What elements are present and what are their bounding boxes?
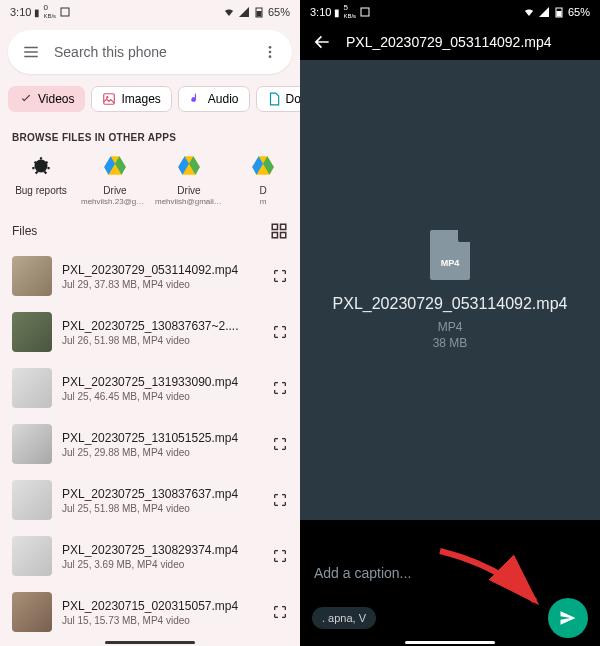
svg-rect-15: [556, 11, 561, 17]
preview-filename: PXL_20230729_053114092.mp4: [317, 294, 584, 315]
file-row[interactable]: PXL_20230725_130829374.mp4Jul 25, 3.69 M…: [0, 528, 300, 584]
app-item[interactable]: Dm: [226, 153, 300, 206]
files-title: Files: [12, 224, 37, 238]
status-bar: 3:10 ▮ 5KB/s 65%: [300, 0, 600, 24]
app-name: Bug reports: [15, 185, 67, 197]
expand-icon[interactable]: [272, 324, 288, 340]
svg-rect-6: [104, 94, 115, 105]
file-meta: Jul 25, 46.45 MB, MP4 video: [62, 391, 262, 402]
svg-point-8: [35, 160, 48, 173]
file-row[interactable]: PXL_20230725_130837637~2....Jul 26, 51.9…: [0, 304, 300, 360]
chip-label: Images: [121, 92, 160, 106]
file-meta: Jul 26, 51.98 MB, MP4 video: [62, 335, 262, 346]
filter-chips: VideosImagesAudioDoc: [0, 80, 300, 118]
signal-icon: [238, 6, 250, 18]
file-name: PXL_20230725_130829374.mp4: [62, 543, 262, 557]
file-meta: Jul 29, 37.83 MB, MP4 video: [62, 279, 262, 290]
drive-icon: [250, 153, 276, 179]
send-button[interactable]: [548, 598, 588, 638]
chip-label: Audio: [208, 92, 239, 106]
nav-indicator: [105, 641, 195, 644]
file-row[interactable]: PXL_20230725_131051525.mp4Jul 25, 29.88 …: [0, 416, 300, 472]
file-row[interactable]: PXL_20230715_020315057.mp4Jul 15, 15.73 …: [0, 584, 300, 640]
svg-rect-10: [281, 224, 286, 229]
filter-chip-videos[interactable]: Videos: [8, 86, 85, 112]
file-type-icon: MP4: [430, 230, 470, 280]
file-row[interactable]: PXL_20230725_131933090.mp4Jul 25, 46.45 …: [0, 360, 300, 416]
svg-point-7: [107, 96, 109, 98]
search-placeholder: Search this phone: [54, 44, 262, 60]
file-meta: Jul 25, 51.98 MB, MP4 video: [62, 503, 262, 514]
app-item[interactable]: Drivemehviish@gmail.c...: [152, 153, 226, 206]
svg-point-4: [269, 51, 272, 54]
file-thumbnail: [12, 480, 52, 520]
hamburger-icon[interactable]: [22, 43, 40, 61]
chip-label: Doc: [286, 92, 300, 106]
expand-icon[interactable]: [272, 492, 288, 508]
preview-header: PXL_20230729_053114092.mp4: [300, 24, 600, 60]
file-name: PXL_20230725_130837637~2....: [62, 319, 262, 333]
file-name: PXL_20230725_130837637.mp4: [62, 487, 262, 501]
file-thumbnail: [12, 312, 52, 352]
doc-icon: [267, 92, 281, 106]
view-grid-icon[interactable]: [270, 222, 288, 240]
file-name: PXL_20230729_053114092.mp4: [62, 263, 262, 277]
file-thumbnail: [12, 256, 52, 296]
file-thumbnail: [12, 424, 52, 464]
battery-icon: [253, 6, 265, 18]
drive-icon: [102, 153, 128, 179]
svg-rect-13: [361, 8, 369, 16]
svg-rect-11: [272, 233, 277, 238]
battery-percent: 65%: [268, 6, 290, 18]
image-icon: [102, 92, 116, 106]
back-icon[interactable]: [312, 32, 332, 52]
status-bar: 3:10 ▮ 0KB/s 65%: [0, 0, 300, 24]
file-meta: Jul 15, 15.73 MB, MP4 video: [62, 615, 262, 626]
wifi-icon: [223, 6, 235, 18]
search-bar[interactable]: Search this phone: [8, 30, 292, 74]
app-subtitle: m: [260, 197, 267, 206]
more-icon[interactable]: [262, 44, 278, 60]
send-preview-screen: 3:10 ▮ 5KB/s 65% PXL_20230729_053114092.…: [300, 0, 600, 646]
app-name: Drive: [177, 185, 200, 197]
filter-chip-audio[interactable]: Audio: [178, 86, 250, 112]
expand-icon[interactable]: [272, 436, 288, 452]
file-list: PXL_20230729_053114092.mp4Jul 29, 37.83 …: [0, 248, 300, 640]
nav-indicator: [405, 641, 495, 644]
file-thumbnail: [12, 536, 52, 576]
file-row[interactable]: PXL_20230729_053114092.mp4Jul 29, 37.83 …: [0, 248, 300, 304]
expand-icon[interactable]: [272, 380, 288, 396]
filter-chip-doc[interactable]: Doc: [256, 86, 300, 112]
app-item[interactable]: Drivemehviish.23@gma...: [78, 153, 152, 206]
file-meta: Jul 25, 29.88 MB, MP4 video: [62, 447, 262, 458]
file-row[interactable]: PXL_20230725_130837637.mp4Jul 25, 51.98 …: [0, 472, 300, 528]
preview-size: 38 MB: [433, 336, 468, 350]
file-picker-screen: 3:10 ▮ 0KB/s 65% Search this phone Video…: [0, 0, 300, 646]
expand-icon[interactable]: [272, 548, 288, 564]
file-thumbnail: [12, 592, 52, 632]
expand-icon[interactable]: [272, 604, 288, 620]
svg-point-5: [269, 55, 272, 58]
clock: 3:10: [10, 6, 31, 18]
preview-title: PXL_20230729_053114092.mp4: [346, 34, 552, 50]
file-name: PXL_20230725_131933090.mp4: [62, 375, 262, 389]
caption-bar[interactable]: Add a caption...: [300, 554, 600, 592]
file-name: PXL_20230715_020315057.mp4: [62, 599, 262, 613]
svg-point-3: [269, 46, 272, 49]
caption-placeholder: Add a caption...: [314, 565, 411, 581]
check-icon: [19, 92, 33, 106]
expand-icon[interactable]: [272, 268, 288, 284]
recipient-chip[interactable]: . apna, V: [312, 607, 376, 629]
svg-rect-12: [281, 233, 286, 238]
preview-type: MP4: [438, 320, 463, 334]
status-left: 3:10 ▮ 0KB/s: [10, 4, 71, 20]
svg-rect-0: [61, 8, 69, 16]
app-subtitle: mehviish.23@gma...: [81, 197, 149, 206]
app-item[interactable]: Bug reports: [4, 153, 78, 206]
preview-area: MP4 PXL_20230729_053114092.mp4 MP4 38 MB: [300, 60, 600, 520]
browse-apps-label: BROWSE FILES IN OTHER APPS: [0, 118, 300, 153]
file-name: PXL_20230725_131051525.mp4: [62, 431, 262, 445]
drive-icon: [176, 153, 202, 179]
bug-icon: [28, 153, 54, 179]
filter-chip-images[interactable]: Images: [91, 86, 171, 112]
